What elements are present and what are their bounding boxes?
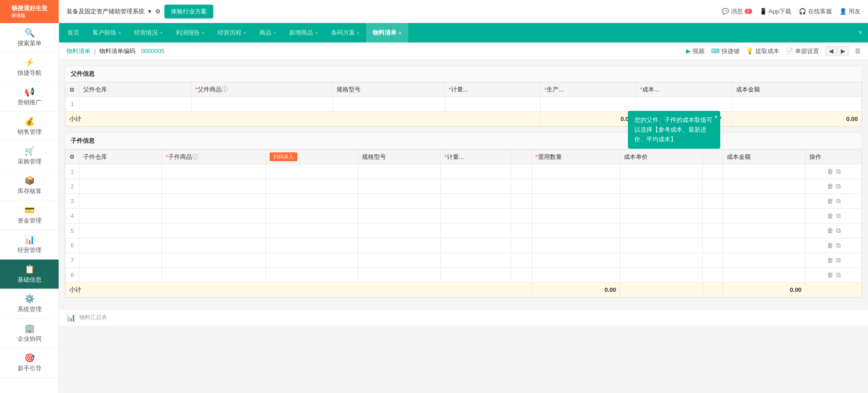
child-row-2-warehouse[interactable] xyxy=(79,179,162,194)
child-row-3-cost-amount[interactable] xyxy=(723,194,806,209)
child-row-8-qty[interactable] xyxy=(531,268,620,283)
child-row-8-goods[interactable] xyxy=(162,268,266,283)
child-row-5-scan[interactable] xyxy=(266,224,358,238)
child-row-3-unit[interactable] xyxy=(440,194,511,209)
sidebar-item-purchase[interactable]: 🛒 采购管理 xyxy=(0,141,59,171)
trial-button[interactable]: 体验行业方案 xyxy=(164,5,213,18)
shortcut-button[interactable]: ⌨ 快捷键 xyxy=(711,47,740,55)
delete-icon-3[interactable]: 🗑 xyxy=(827,197,833,205)
child-row-2-spec[interactable] xyxy=(358,179,440,194)
parent-row-1-produce[interactable] xyxy=(541,97,636,112)
copy-icon-3[interactable]: ⧉ xyxy=(836,197,841,205)
tab-customer[interactable]: 客户联络 × xyxy=(86,23,127,42)
child-row-4-goods[interactable] xyxy=(162,209,266,224)
copy-icon-2[interactable]: ⧉ xyxy=(836,182,841,190)
parent-row-1-cost[interactable] xyxy=(636,97,732,112)
list-view-icon[interactable]: ☰ xyxy=(855,48,861,54)
sidebar-item-search[interactable]: 🔍 搜索菜单 xyxy=(0,23,59,53)
online-service-item[interactable]: 🎧 在线客服 xyxy=(799,7,832,16)
settings-icon[interactable]: ⚙ xyxy=(155,8,161,15)
child-row-4-warehouse[interactable] xyxy=(79,209,162,224)
tab-bom-close[interactable]: × xyxy=(398,30,401,36)
child-row-3-warehouse[interactable] xyxy=(79,194,162,209)
prev-arrow[interactable]: ◀ xyxy=(826,46,837,56)
sidebar-item-sales[interactable]: 💰 销售管理 xyxy=(0,112,59,141)
copy-icon-5[interactable]: ⧉ xyxy=(836,227,841,235)
tab-bom[interactable]: 物料清单 × xyxy=(366,23,408,42)
child-row-6-unit-cost[interactable] xyxy=(620,238,703,253)
child-row-1-cost-amount[interactable] xyxy=(723,164,806,179)
child-row-4-unit-cost[interactable] xyxy=(620,209,703,224)
parent-row-1-warehouse[interactable] xyxy=(79,97,192,112)
tab-barcode[interactable]: 条码方案 × xyxy=(325,23,366,42)
user-item[interactable]: 👤 用友 xyxy=(839,7,861,16)
extract-cost-button[interactable]: 💡 提取成本 xyxy=(746,47,779,55)
child-row-6-goods[interactable] xyxy=(162,238,266,253)
child-row-6-scan[interactable] xyxy=(266,238,358,253)
sidebar-item-corp[interactable]: 🏢 企业协同 xyxy=(0,319,59,348)
parent-row-1-unit[interactable] xyxy=(445,97,540,112)
tab-history-close[interactable]: × xyxy=(243,30,246,36)
child-row-4-qty[interactable] xyxy=(531,209,620,224)
child-row-7-scan[interactable] xyxy=(266,253,358,268)
tab-customer-close[interactable]: × xyxy=(118,30,121,36)
single-setting-button[interactable]: 📄 单据设置 xyxy=(786,47,819,55)
child-row-4-spec[interactable] xyxy=(358,209,440,224)
child-row-5-unit[interactable] xyxy=(440,224,511,238)
child-row-1-goods[interactable] xyxy=(162,164,266,179)
sidebar-item-system[interactable]: ⚙️ 系统管理 xyxy=(0,289,59,319)
copy-icon-6[interactable]: ⧉ xyxy=(836,242,841,249)
child-row-7-warehouse[interactable] xyxy=(79,253,162,268)
copy-icon-7[interactable]: ⧉ xyxy=(836,256,841,264)
tab-business[interactable]: 经营情况 × xyxy=(127,23,169,42)
delete-icon-7[interactable]: 🗑 xyxy=(827,256,833,264)
tab-home[interactable]: 首页 xyxy=(61,23,86,42)
child-row-5-spec[interactable] xyxy=(358,224,440,238)
delete-icon-4[interactable]: 🗑 xyxy=(827,212,833,220)
view-button[interactable]: ▶ 视频 xyxy=(686,47,705,55)
child-row-7-unit[interactable] xyxy=(440,253,511,268)
delete-icon-5[interactable]: 🗑 xyxy=(827,227,833,235)
child-row-1-warehouse[interactable] xyxy=(79,164,162,179)
tab-profit[interactable]: 利润报告 × xyxy=(169,23,211,42)
child-row-1-unit-cost[interactable] xyxy=(620,164,703,179)
child-row-2-unit[interactable] xyxy=(440,179,511,194)
child-row-4-scan[interactable] xyxy=(266,209,358,224)
sidebar-item-quick-nav[interactable]: ⚡ 快捷导航 xyxy=(0,53,59,82)
tab-history[interactable]: 经营历程 × xyxy=(211,23,253,42)
copy-icon-4[interactable]: ⧉ xyxy=(836,212,841,220)
copy-icon-8[interactable]: ⧉ xyxy=(836,271,841,279)
child-row-7-qty[interactable] xyxy=(531,253,620,268)
child-row-7-unit-cost[interactable] xyxy=(620,253,703,268)
child-row-8-warehouse[interactable] xyxy=(79,268,162,283)
tab-business-close[interactable]: × xyxy=(160,30,163,36)
next-arrow[interactable]: ▶ xyxy=(838,46,849,56)
child-row-6-spec[interactable] xyxy=(358,238,440,253)
child-row-6-unit[interactable] xyxy=(440,238,511,253)
message-item[interactable]: 💬 消息 6 xyxy=(722,7,752,16)
tab-profit-close[interactable]: × xyxy=(202,30,205,36)
tab-new-goods-close[interactable]: × xyxy=(315,30,318,36)
child-row-1-unit[interactable] xyxy=(440,164,511,179)
child-row-5-goods[interactable] xyxy=(162,224,266,238)
copy-icon-1[interactable]: ⧉ xyxy=(836,168,841,175)
delete-icon-8[interactable]: 🗑 xyxy=(827,271,833,279)
child-row-2-cost-amount[interactable] xyxy=(723,179,806,194)
sidebar-item-marketing[interactable]: 📢 营销推广 xyxy=(0,82,59,112)
close-all-icon[interactable]: × xyxy=(855,29,866,37)
child-row-4-unit[interactable] xyxy=(440,209,511,224)
child-row-7-spec[interactable] xyxy=(358,253,440,268)
child-row-2-unit-cost[interactable] xyxy=(620,179,703,194)
delete-icon-2[interactable]: 🗑 xyxy=(827,182,833,190)
child-row-6-cost-amount[interactable] xyxy=(723,238,806,253)
child-row-1-spec[interactable] xyxy=(358,164,440,179)
child-row-1-qty[interactable] xyxy=(531,164,620,179)
child-row-3-unit-cost[interactable] xyxy=(620,194,703,209)
child-th-settings[interactable]: ⚙ xyxy=(66,150,79,164)
sidebar-item-basic[interactable]: 📋 基础信息 xyxy=(0,260,59,289)
delete-icon-1[interactable]: 🗑 xyxy=(827,168,833,175)
dropdown-icon[interactable]: ▾ xyxy=(148,8,151,15)
child-row-6-qty[interactable] xyxy=(531,238,620,253)
app-download-item[interactable]: 📱 App下载 xyxy=(760,7,791,16)
tab-new-goods[interactable]: 新增商品 × xyxy=(283,23,324,42)
